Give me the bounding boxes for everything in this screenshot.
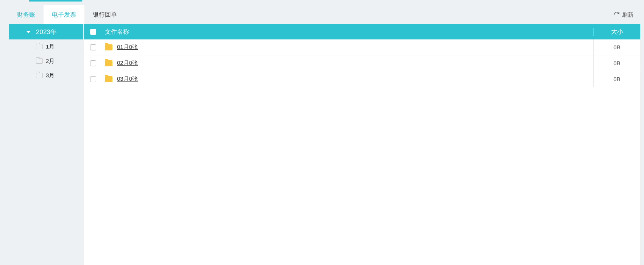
- top-tab-indicator: [29, 0, 82, 2]
- tab-label: 银行回单: [93, 11, 117, 19]
- folder-icon: [105, 76, 112, 82]
- tabs-row: 财务账 电子发票 银行回单 刷新: [9, 5, 640, 24]
- refresh-label: 刷新: [622, 11, 633, 19]
- row-checkbox[interactable]: [90, 44, 96, 50]
- tab-einvoice[interactable]: 电子发票: [44, 5, 84, 24]
- refresh-button[interactable]: 刷新: [614, 11, 640, 19]
- table-row: 02月0张 0B: [84, 55, 640, 71]
- tree-month-label: 1月: [46, 43, 55, 50]
- file-name-link[interactable]: 02月0张: [117, 60, 138, 67]
- column-header-name: 文件名称: [105, 28, 129, 36]
- column-header-size: 大小: [611, 28, 623, 36]
- table-body: 01月0张 0B 02月0张: [84, 39, 640, 265]
- tree-month-label: 3月: [46, 72, 55, 79]
- caret-down-icon: [26, 31, 31, 33]
- row-checkbox[interactable]: [90, 76, 96, 82]
- folder-outline-icon: [36, 58, 43, 64]
- tree-month-node[interactable]: 3月: [9, 68, 83, 83]
- tree-month-node[interactable]: 1月: [9, 39, 83, 54]
- tree-month-label: 2月: [46, 58, 55, 65]
- tab-label: 电子发票: [52, 11, 76, 19]
- file-table: 文件名称 大小 01月0张: [84, 24, 640, 265]
- row-checkbox[interactable]: [90, 60, 96, 66]
- file-name-link[interactable]: 01月0张: [117, 44, 138, 51]
- select-all-checkbox[interactable]: [90, 29, 96, 35]
- table-row: 01月0张 0B: [84, 39, 640, 55]
- folder-outline-icon: [36, 44, 43, 49]
- tab-bank-receipt[interactable]: 银行回单: [84, 5, 125, 24]
- folder-outline-icon: [36, 73, 43, 78]
- folder-icon: [105, 44, 112, 50]
- table-row: 03月0张 0B: [84, 71, 640, 87]
- tree-year-label: 2023年: [36, 28, 57, 36]
- tree-year-node[interactable]: 2023年: [9, 24, 83, 39]
- file-size: 0B: [613, 60, 620, 66]
- sidebar: 2023年 1月 2月 3月: [9, 24, 83, 265]
- refresh-icon: [614, 11, 620, 19]
- tab-label: 财务账: [17, 11, 35, 19]
- file-size: 0B: [613, 76, 620, 82]
- folder-icon: [105, 60, 112, 66]
- file-name-link[interactable]: 03月0张: [117, 75, 138, 83]
- table-header: 文件名称 大小: [84, 24, 640, 39]
- tab-finance[interactable]: 财务账: [9, 5, 44, 24]
- file-size: 0B: [613, 44, 620, 50]
- tree-month-node[interactable]: 2月: [9, 54, 83, 68]
